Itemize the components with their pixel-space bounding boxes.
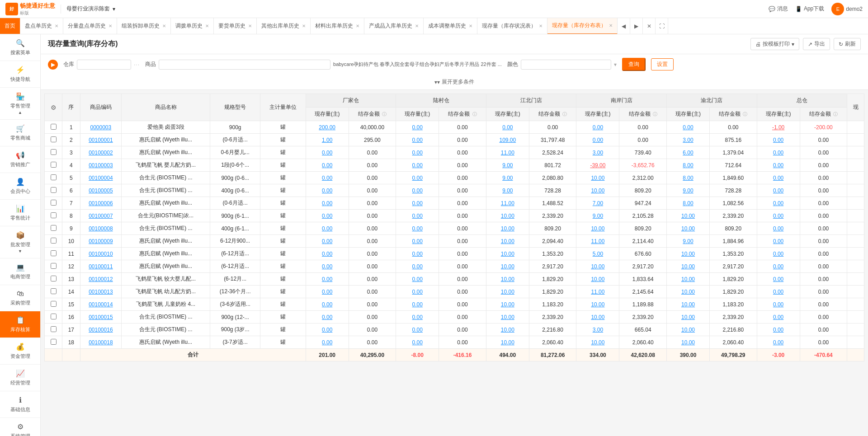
row-code: 00100018 bbox=[80, 336, 122, 349]
query-btn[interactable]: 查询 bbox=[622, 58, 646, 71]
info-icon[interactable]: ⓘ bbox=[562, 112, 567, 117]
tab-transfer[interactable]: 调拨单历史 ✕ bbox=[171, 18, 214, 34]
cell-value: 0.00 bbox=[757, 146, 800, 159]
tab-product-in[interactable]: 产成品入库单历史 ✕ bbox=[364, 18, 424, 34]
row-checkbox[interactable] bbox=[45, 210, 62, 222]
tab-next-btn[interactable]: ▶ bbox=[630, 18, 643, 34]
row-checkbox[interactable] bbox=[45, 184, 62, 197]
tab-stock-distribution[interactable]: 现存量（库存分布表） ✕ bbox=[547, 18, 618, 34]
nav-dropdown[interactable]: 母婴行业演示陈套 ▾ bbox=[66, 5, 115, 13]
expand-more-btn[interactable]: ▾▾ 展开更多条件 bbox=[434, 78, 474, 86]
tab-cost-adjust[interactable]: 成本调整单历史 ✕ bbox=[424, 18, 477, 34]
color-input[interactable] bbox=[521, 60, 611, 70]
row-checkbox[interactable] bbox=[45, 222, 62, 235]
row-checkbox[interactable] bbox=[45, 336, 62, 349]
settings-icon[interactable]: ⚙ bbox=[51, 104, 57, 111]
tab-order[interactable]: 要货单历史 ✕ bbox=[214, 18, 257, 34]
close-icon[interactable]: ✕ bbox=[162, 23, 166, 28]
sidebar-item-wholesale[interactable]: 📦 批发管理 ▼ bbox=[0, 226, 40, 258]
sidebar-item-inventory[interactable]: 📋 库存核算 bbox=[0, 311, 40, 338]
summary-jb-amt: 81,272.06 bbox=[529, 349, 576, 361]
tab-home[interactable]: 首页 bbox=[0, 18, 20, 34]
sidebar-item-quicknav[interactable]: ⚡ 快捷导航 bbox=[0, 61, 40, 88]
sidebar-item-purchase[interactable]: 🛍 采购管理 bbox=[0, 285, 40, 311]
cell-value: 1,353.20 bbox=[710, 248, 757, 260]
close-icon[interactable]: ✕ bbox=[415, 23, 419, 28]
tab-close-all-btn[interactable]: ✕ bbox=[643, 18, 656, 34]
warehouse-input[interactable] bbox=[77, 60, 131, 70]
row-checkbox[interactable] bbox=[45, 298, 62, 311]
sidebar-item-finance[interactable]: 💰 资金管理 bbox=[0, 338, 40, 365]
row-spec: 400g (6-1... bbox=[210, 222, 260, 235]
row-checkbox[interactable] bbox=[45, 235, 62, 248]
export-label: 导出 bbox=[814, 40, 825, 48]
row-checkbox[interactable] bbox=[45, 323, 62, 336]
row-spec: (0-6月适... bbox=[210, 197, 260, 210]
app-download-btn[interactable]: 📱 App下载 bbox=[795, 5, 824, 13]
search-icon: 🔍 bbox=[16, 39, 25, 47]
expand-arrow-btn[interactable]: ▶ bbox=[48, 60, 58, 70]
goods-input[interactable] bbox=[159, 60, 330, 70]
sidebar-item-retail-mall[interactable]: 🛒 零售商城 bbox=[0, 120, 40, 146]
export-btn[interactable]: ↗ 导出 bbox=[803, 38, 830, 50]
row-checkbox[interactable] bbox=[45, 311, 62, 323]
close-icon[interactable]: ✕ bbox=[609, 23, 613, 28]
row-checkbox[interactable] bbox=[45, 134, 62, 146]
row-checkbox[interactable] bbox=[45, 197, 62, 210]
info-icon[interactable]: ⓘ bbox=[382, 112, 387, 117]
sidebar-item-basic-info[interactable]: ℹ 基础信息 bbox=[0, 391, 40, 418]
info-icon[interactable]: ⓘ bbox=[472, 112, 477, 117]
sidebar-item-operations[interactable]: 📈 经营管理 bbox=[0, 365, 40, 391]
close-icon[interactable]: ✕ bbox=[539, 23, 542, 28]
tab-partial-check[interactable]: 分量盘点单历史 ✕ bbox=[63, 18, 117, 34]
info-icon[interactable]: ⓘ bbox=[653, 112, 657, 117]
col-settings-header[interactable]: ⚙ bbox=[45, 94, 62, 121]
user-avatar-btn[interactable]: E demo2 bbox=[831, 3, 863, 15]
sidebar-label: 系统管理 bbox=[10, 433, 30, 436]
tab-stock-status[interactable]: 现存量（库存状况表） ✕ bbox=[477, 18, 547, 34]
tab-prev-btn[interactable]: ◀ bbox=[618, 18, 630, 34]
refresh-btn[interactable]: ↻ 刷新 bbox=[834, 38, 861, 50]
sidebar-label: 会员中心 bbox=[10, 188, 30, 195]
sidebar-item-system[interactable]: ⚙ 系统管理 bbox=[0, 418, 40, 436]
ops-icon: 📈 bbox=[16, 369, 25, 378]
close-icon[interactable]: ✕ bbox=[108, 23, 112, 28]
sidebar-item-search[interactable]: 🔍 搜索英单 bbox=[0, 34, 40, 61]
cell-value: 2,216.80 bbox=[529, 323, 576, 336]
close-icon[interactable]: ✕ bbox=[248, 23, 252, 28]
tab-assemble[interactable]: 组装拆卸单历史 ✕ bbox=[117, 18, 171, 34]
close-icon[interactable]: ✕ bbox=[205, 23, 209, 28]
sidebar-item-member[interactable]: 👤 会员中心 bbox=[0, 173, 40, 200]
row-unit: 罐 bbox=[260, 235, 306, 248]
sidebar-item-ecommerce[interactable]: 💻 电商管理 bbox=[0, 258, 40, 285]
sidebar-item-retail-mgmt[interactable]: 🏪 零售管理 ▲ bbox=[0, 88, 40, 120]
row-checkbox[interactable] bbox=[45, 273, 62, 286]
row-checkbox[interactable] bbox=[45, 260, 62, 273]
close-icon[interactable]: ✕ bbox=[469, 23, 472, 28]
cell-value: 0.00 bbox=[757, 210, 800, 222]
print-btn[interactable]: 🖨 按模板打印 ▾ bbox=[750, 38, 799, 50]
tab-inventory-check[interactable]: 盘点单历史 ✕ bbox=[20, 18, 63, 34]
cell-value: 0.00 bbox=[396, 273, 439, 286]
cell-value: 0.00 bbox=[529, 121, 576, 134]
message-btn[interactable]: 💬 消息 bbox=[769, 5, 788, 13]
row-checkbox[interactable] bbox=[45, 121, 62, 134]
close-icon[interactable]: ✕ bbox=[302, 23, 306, 28]
tab-outbound[interactable]: 其他出库单历史 ✕ bbox=[257, 18, 311, 34]
sidebar-item-marketing[interactable]: 📢 营销推广 bbox=[0, 146, 40, 173]
row-no: 10 bbox=[62, 235, 80, 248]
row-checkbox[interactable] bbox=[45, 146, 62, 159]
close-icon[interactable]: ✕ bbox=[356, 23, 359, 28]
row-checkbox[interactable] bbox=[45, 172, 62, 184]
tab-material-out[interactable]: 材料出库单历史 ✕ bbox=[311, 18, 364, 34]
row-checkbox[interactable] bbox=[45, 248, 62, 260]
sidebar-item-retail-stats[interactable]: 📊 零售统计 bbox=[0, 200, 40, 226]
close-icon[interactable]: ✕ bbox=[55, 23, 58, 28]
info-icon[interactable]: ⓘ bbox=[743, 112, 747, 117]
tab-fullscreen-btn[interactable]: ⛶ bbox=[656, 18, 668, 34]
row-checkbox[interactable] bbox=[45, 159, 62, 172]
row-checkbox[interactable] bbox=[45, 286, 62, 298]
table-container[interactable]: ⚙ 序 商品编码 商品名称 规格型号 主计量单位 厂家仓 陆村仓 江北门店 南岸… bbox=[41, 90, 868, 436]
settings-btn[interactable]: 设置 bbox=[651, 58, 674, 70]
info-icon[interactable]: ⓘ bbox=[833, 112, 838, 117]
